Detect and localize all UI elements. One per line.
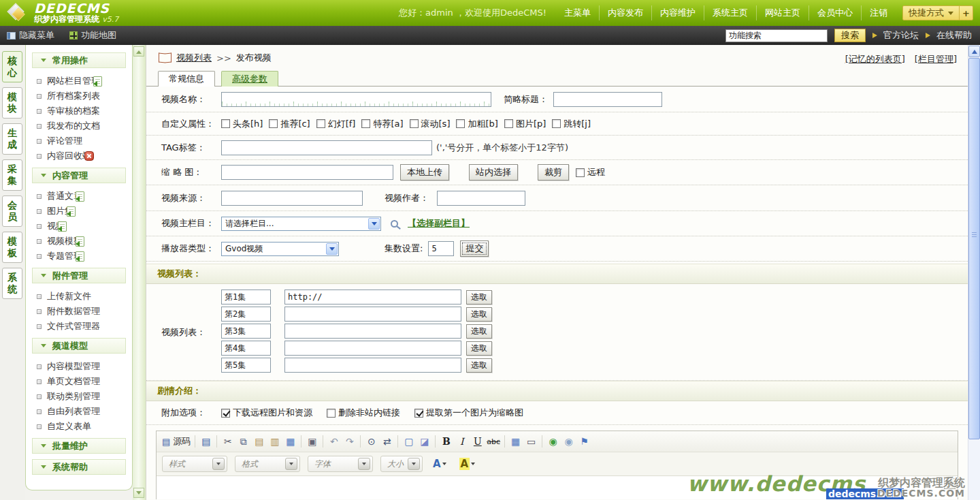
official-forum-link[interactable]: 官方论坛 <box>872 29 919 42</box>
video-source-input[interactable] <box>221 191 363 206</box>
editor-replace-button[interactable]: ⇄ <box>379 434 395 449</box>
module-tab-生成[interactable]: 生成 <box>2 123 22 155</box>
editor-horizontal-rule-button[interactable]: ▭ <box>523 434 539 449</box>
sidebar-item[interactable]: 内容回收站 <box>26 149 132 163</box>
episode-url-input[interactable] <box>284 307 461 322</box>
editor-undo-button[interactable]: ↶ <box>326 434 342 449</box>
topnav-item[interactable]: 系统主页 <box>704 5 756 20</box>
episode-count-input[interactable] <box>428 241 454 256</box>
editor-remove-format-button[interactable]: ◪ <box>416 434 432 449</box>
sidebar-item[interactable]: 视频模型 <box>26 234 132 249</box>
attribute-checkbox[interactable]: 幻灯[f] <box>316 118 356 130</box>
episode-submit-button[interactable]: 提交 <box>460 240 489 257</box>
sidebar-item[interactable]: 图片集 <box>26 204 132 219</box>
search-category-icon[interactable] <box>391 220 398 228</box>
sidebar-section-header[interactable]: 附件管理 <box>32 268 126 283</box>
episode-url-input[interactable] <box>284 341 461 356</box>
editor-font-select[interactable]: 字体 <box>308 456 373 472</box>
local-upload-button[interactable]: 本地上传 <box>400 164 449 181</box>
editor-highlight-button[interactable]: A <box>457 456 478 471</box>
sidebar-item[interactable]: 所有档案列表 <box>26 89 132 104</box>
extra-option-checkbox[interactable]: 下载远程图片和资源 <box>221 407 312 419</box>
pick-button[interactable]: 选取 <box>466 324 492 339</box>
remote-checkbox[interactable]: 远程 <box>576 166 605 178</box>
tag-input[interactable] <box>221 140 432 155</box>
sidebar-scrollbar[interactable] <box>133 45 146 500</box>
extra-option-checkbox[interactable]: 提取第一个图片为缩略图 <box>414 407 523 419</box>
top-link-0[interactable]: [记忆的列表页] <box>845 53 905 65</box>
sidebar-item[interactable]: 评论管理 <box>26 134 132 149</box>
pick-button[interactable]: 选取 <box>466 307 492 322</box>
video-author-input[interactable] <box>437 191 525 206</box>
editor-copy-button[interactable]: ⧉ <box>235 434 251 449</box>
sidebar-item[interactable]: 附件数据管理 <box>26 304 132 319</box>
document-shortcut-icon[interactable] <box>76 236 84 247</box>
topnav-item[interactable]: 会员中心 <box>808 5 861 20</box>
hide-menu-button[interactable]: 隐藏菜单 <box>7 29 54 42</box>
editor-content-area[interactable] <box>157 476 958 499</box>
pick-button[interactable]: 选取 <box>466 341 492 356</box>
breadcrumb-parent-link[interactable]: 视频列表 <box>176 52 212 64</box>
editor-text-color-button[interactable]: A <box>430 456 449 471</box>
editor-style-select[interactable]: 样式 <box>162 456 227 472</box>
attribute-checkbox[interactable]: 跳转[j] <box>552 118 591 130</box>
sidebar-item[interactable]: 普通文章 <box>26 189 132 204</box>
site-select-button[interactable]: 站内选择 <box>469 164 518 181</box>
sidebar-section-header[interactable]: 批量维护 <box>32 438 126 454</box>
topnav-item[interactable]: 内容发布 <box>599 5 651 20</box>
sidebar-item[interactable]: 专题管理 <box>26 249 132 264</box>
page-scroll-thumb[interactable] <box>968 58 980 439</box>
attribute-checkbox[interactable]: 滚动[s] <box>410 118 451 130</box>
attribute-checkbox[interactable]: 推荐[c] <box>269 118 310 130</box>
online-help-link[interactable]: 在线帮助 <box>926 29 972 42</box>
crop-button[interactable]: 裁剪 <box>538 164 569 181</box>
editor-preview-button[interactable]: ▤ <box>198 434 214 449</box>
pick-button[interactable]: 选取 <box>466 358 492 373</box>
episode-name-input[interactable] <box>221 307 271 322</box>
document-shortcut-icon[interactable] <box>67 206 76 217</box>
sidebar-item[interactable]: 内容模型管理 <box>26 359 132 374</box>
sidebar-item[interactable]: 网站栏目管理 <box>26 74 132 89</box>
sidebar-section-header[interactable]: 常用操作 <box>32 52 126 68</box>
editor-table-button[interactable]: ▦ <box>508 434 523 449</box>
tab-高级参数[interactable]: 高级参数 <box>221 71 278 87</box>
recycle-bin-icon[interactable] <box>84 151 94 161</box>
sidebar-item[interactable]: 自由列表管理 <box>26 404 132 419</box>
episode-name-input[interactable] <box>221 358 271 373</box>
episode-name-input[interactable] <box>221 290 271 304</box>
sidebar-item[interactable]: 自定义表单 <box>26 419 132 434</box>
editor-select-all-button[interactable]: ▢ <box>401 434 416 449</box>
editor-paste-button[interactable]: ▤ <box>251 434 267 449</box>
module-tab-采集[interactable]: 采集 <box>2 159 22 191</box>
sub-category-link[interactable]: 【选择副栏目】 <box>408 217 470 230</box>
sidebar-item[interactable]: 视频 <box>26 219 132 234</box>
quick-menu-button[interactable]: 快捷方式 <box>903 6 959 20</box>
editor-bold-button[interactable]: B <box>438 434 454 449</box>
video-title-input[interactable] <box>221 92 491 107</box>
short-title-input[interactable] <box>553 92 662 107</box>
attribute-checkbox[interactable]: 图片[p] <box>504 118 546 130</box>
function-search-input[interactable] <box>725 29 828 42</box>
sidebar-item[interactable]: 上传新文件 <box>26 289 132 304</box>
editor-underline-button[interactable]: U <box>470 434 485 449</box>
document-shortcut-icon[interactable] <box>93 76 102 87</box>
topnav-item[interactable]: 网站主页 <box>756 5 808 20</box>
editor-size-select[interactable]: 大小 <box>380 456 423 472</box>
feature-map-button[interactable]: 功能地图 <box>69 29 116 42</box>
attribute-checkbox[interactable]: 头条[h] <box>221 118 263 130</box>
episode-name-input[interactable] <box>221 324 271 339</box>
category-select[interactable]: 请选择栏目... <box>221 217 381 231</box>
document-shortcut-icon[interactable] <box>76 251 84 262</box>
editor-format-select[interactable]: 格式 <box>235 456 300 472</box>
editor-redo-button[interactable]: ↷ <box>342 434 357 449</box>
topnav-item[interactable]: 注销 <box>861 5 896 20</box>
thumbnail-input[interactable] <box>221 165 393 180</box>
sidebar-item[interactable]: 单页文档管理 <box>26 374 132 389</box>
page-scrollbar[interactable] <box>968 45 980 500</box>
sidebar-section-header[interactable]: 系统帮助 <box>32 459 126 475</box>
editor-image-button[interactable]: ◉ <box>545 434 561 449</box>
sidebar-item[interactable]: 我发布的文档 <box>26 119 132 134</box>
module-tab-会员[interactable]: 会员 <box>2 196 22 227</box>
extra-option-checkbox[interactable]: 删除非站内链接 <box>327 407 400 419</box>
document-shortcut-icon[interactable] <box>76 191 84 202</box>
